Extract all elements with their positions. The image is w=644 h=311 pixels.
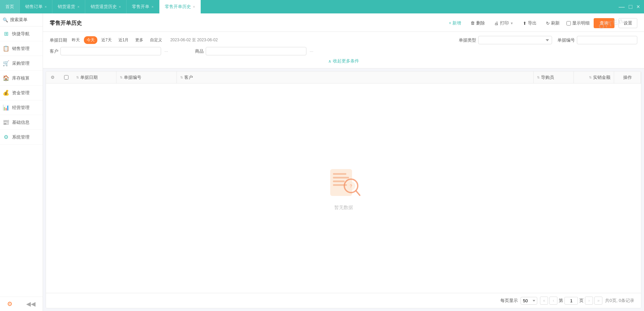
date-btn-more[interactable]: 更多	[133, 36, 146, 44]
print-icon: 🖨	[494, 21, 499, 26]
window-controls: — □ ×	[619, 3, 644, 10]
filter-order-num: 单据编号	[557, 36, 637, 44]
sidebar: 🔍 搜索菜单 ⊞ 快捷导航 📋 销售管理 🛒 采购管理 🏠 库存核算 💰 资金管…	[0, 13, 43, 311]
page-total: 共0页, 0条记录	[605, 298, 634, 304]
table-settings-btn[interactable]: ⚙	[46, 75, 59, 80]
window-max-btn[interactable]: □	[629, 3, 633, 10]
sidebar-item-operations[interactable]: 📊 经营管理	[0, 100, 43, 115]
prev-page-btn[interactable]: ‹	[549, 297, 557, 305]
empty-icon: ?	[324, 166, 364, 199]
empty-state: ? 暂无数据	[46, 84, 641, 293]
sidebar-item-purchase-mgmt[interactable]: 🛒 采购管理	[0, 56, 43, 71]
date-btn-yesterday[interactable]: 昨天	[69, 36, 83, 44]
refresh-icon: ↻	[546, 21, 550, 26]
tab-retail-open[interactable]: 零售开单 ×	[127, 0, 159, 13]
export-icon: ⬆	[523, 21, 527, 26]
page-prefix: 第	[559, 298, 563, 304]
sidebar-item-inventory[interactable]: 🏠 库存核算	[0, 71, 43, 86]
goods-dots[interactable]: ···	[308, 49, 315, 54]
svg-line-7	[356, 191, 360, 195]
empty-text: 暂无数据	[334, 205, 353, 211]
close-tab-retail-open[interactable]: ×	[151, 5, 153, 9]
order-type-label: 单据类型	[459, 37, 476, 43]
show-detail-checkbox[interactable]	[566, 21, 571, 25]
tab-sales-return[interactable]: 销货退货 ×	[52, 0, 85, 13]
query-button[interactable]: 查询	[594, 18, 614, 28]
date-btn-1month[interactable]: 近1月	[116, 36, 132, 44]
th-action: 操作	[614, 71, 641, 84]
basic-info-icon: 📰	[3, 119, 9, 125]
search-icon: 🔍	[3, 17, 8, 22]
sidebar-gear-btn[interactable]: ⚙	[7, 300, 12, 308]
add-button[interactable]: + 新增	[446, 19, 464, 28]
top-tab-bar: 首页 销售订单 × 销货退货 × 销货退货历史 × 零售开单 × 零售开单历史 …	[0, 0, 644, 13]
next-page-btn[interactable]: ›	[585, 297, 593, 305]
close-tab-sales-order[interactable]: ×	[45, 5, 47, 9]
per-page-label: 每页显示	[500, 298, 518, 304]
date-btn-7days[interactable]: 近7天	[99, 36, 114, 44]
date-btn-custom[interactable]: 自定义	[147, 36, 165, 44]
print-button[interactable]: 🖨 打印 ▼	[492, 19, 516, 28]
table-select-all[interactable]	[59, 75, 73, 80]
sidebar-item-sales-mgmt[interactable]: 📋 销售管理	[0, 41, 43, 56]
tab-home[interactable]: 首页	[0, 0, 20, 13]
export-button[interactable]: ⬆ 导出	[520, 19, 539, 28]
filter-date: 单据日期 昨天 今天 近7天 近1月 更多 自定义	[50, 36, 165, 44]
window-close-btn[interactable]: ×	[636, 3, 640, 10]
date-btn-today[interactable]: 今天	[84, 36, 97, 44]
close-tab-sales-return-history[interactable]: ×	[119, 5, 121, 9]
goods-label: 商品	[195, 48, 204, 54]
toolbar: + 新增 🗑 删除 🖨 打印 ▼ ⬆ 导出 ↻ 刷新 显示明细	[446, 18, 637, 28]
page-title: 零售开单历史	[50, 20, 82, 27]
order-num-label: 单据编号	[557, 37, 575, 43]
window-min-btn[interactable]: —	[619, 3, 625, 10]
svg-rect-1	[333, 173, 346, 175]
sort-icon-num: ⇅	[120, 75, 122, 79]
th-customer[interactable]: ⇅ 客户	[177, 71, 534, 84]
tab-sales-order[interactable]: 销售订单 ×	[20, 0, 52, 13]
sidebar-bottom: ⚙ ◀◀	[0, 297, 43, 311]
settings-button[interactable]: 设置	[618, 18, 637, 28]
sidebar-item-finance[interactable]: 💰 资金管理	[0, 86, 43, 100]
filter-row-1: 单据日期 昨天 今天 近7天 近1月 更多 自定义 2023-06-02 至 2…	[50, 36, 637, 44]
sidebar-item-system-mgmt[interactable]: ⚙ 系统管理	[0, 130, 43, 145]
delete-button[interactable]: 🗑 删除	[468, 19, 488, 28]
operations-icon: 📊	[3, 104, 9, 111]
goods-input[interactable]	[206, 47, 306, 55]
main-layout: 🔍 搜索菜单 ⊞ 快捷导航 📋 销售管理 🛒 采购管理 🏠 库存核算 💰 资金管…	[0, 13, 644, 311]
customer-dots[interactable]: ···	[163, 49, 169, 54]
tab-sales-return-history[interactable]: 销货退货历史 ×	[85, 0, 127, 13]
filter-date-range: 2023-06-02 至 2023-06-02	[170, 37, 217, 43]
th-amount[interactable]: ⇅ 实销金额	[574, 71, 614, 84]
date-range-text: 2023-06-02 至 2023-06-02	[170, 37, 217, 43]
page-input[interactable]	[564, 297, 578, 305]
last-page-btn[interactable]: »	[594, 297, 602, 305]
sidebar-search[interactable]: 🔍 搜索菜单	[0, 13, 43, 27]
show-detail-checkbox-label[interactable]: 显示明细	[566, 20, 590, 26]
date-buttons: 昨天 今天 近7天 近1月 更多 自定义	[69, 36, 165, 44]
tab-retail-open-history[interactable]: 零售开单历史 ×	[159, 0, 201, 13]
date-label: 单据日期	[50, 37, 67, 43]
per-page-select[interactable]: 50 10 20 100	[521, 297, 537, 305]
inventory-icon: 🏠	[3, 75, 9, 81]
filter-customer: 客户 ···	[50, 47, 169, 55]
filter-row-2: 客户 ··· 商品 ···	[50, 47, 637, 55]
select-all-checkbox[interactable]	[64, 75, 68, 80]
close-tab-retail-open-history[interactable]: ×	[193, 5, 195, 9]
th-guide[interactable]: ⇅ 导购员	[534, 71, 574, 84]
finance-icon: 💰	[3, 90, 9, 96]
order-type-select[interactable]	[478, 36, 552, 44]
table-area: ⚙ ⇅ 单据日期 ⇅ 单据编号 ⇅ 客户 ⇅ 导购员	[46, 71, 641, 308]
collapse-button[interactable]: ∧ 收起更多条件	[328, 58, 359, 64]
refresh-button[interactable]: ↻ 刷新	[543, 19, 562, 28]
first-page-btn[interactable]: «	[540, 297, 548, 305]
th-num[interactable]: ⇅ 单据编号	[116, 71, 177, 84]
customer-input[interactable]	[60, 47, 161, 55]
th-date[interactable]: ⇅ 单据日期	[73, 71, 116, 84]
order-num-input[interactable]	[577, 36, 637, 44]
sidebar-collapse-btn[interactable]: ◀◀	[26, 300, 36, 308]
close-tab-sales-return[interactable]: ×	[77, 5, 79, 9]
sidebar-item-quick-nav[interactable]: ⊞ 快捷导航	[0, 27, 43, 41]
sidebar-item-basic-info[interactable]: 📰 基础信息	[0, 115, 43, 130]
quick-nav-icon: ⊞	[3, 31, 9, 37]
